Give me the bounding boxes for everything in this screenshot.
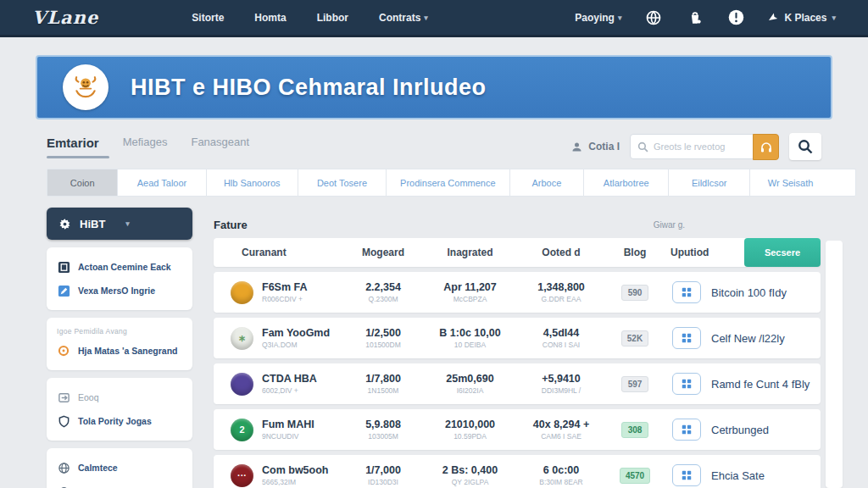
column-header-ooted[interactable]: Ooted d bbox=[515, 247, 608, 258]
gear-icon bbox=[58, 218, 71, 230]
banner-title: HIBT e HIBO Cehmaral Inrludeo bbox=[131, 75, 487, 101]
pill-hlb-sanooros[interactable]: Hlb Sanooros bbox=[207, 169, 298, 196]
sidebar-card-1: Actoan Ceemine Eack Vexa MersO Ingrie bbox=[47, 247, 192, 310]
status-badge: 308 bbox=[621, 422, 648, 438]
row-label: Bitcoin 100 fIdy bbox=[711, 286, 821, 299]
sidebar-item-tola-pority[interactable]: Tola Pority Jogas bbox=[57, 409, 182, 433]
table-row[interactable]: F6Sm FAR006CDIV + 2.2,354Q.2300M Apr 11,… bbox=[214, 272, 821, 313]
value-cell: 6 0c:00B:30IM 8EAR bbox=[515, 464, 608, 486]
sidebar-item-hja-matas[interactable]: Hja Matas 'a Sanegrand bbox=[57, 339, 182, 363]
sidebar-item-actoan[interactable]: Actoan Ceemine Eack bbox=[57, 255, 182, 279]
coin-icon: ∗ bbox=[231, 327, 253, 350]
nav-link-contrats[interactable]: Contrats▾ bbox=[379, 12, 428, 24]
asset-sub: 5665,32IM bbox=[262, 478, 328, 486]
shield-icon bbox=[57, 414, 70, 428]
asset-name: Com bw5ooh bbox=[262, 464, 328, 476]
scrollbar[interactable] bbox=[826, 241, 843, 488]
export-icon bbox=[57, 391, 70, 404]
sidebar-item-eooq[interactable]: Eooq bbox=[57, 385, 182, 409]
toolbar-right: Cotia I bbox=[570, 133, 821, 160]
value-cell: 40x 8,294 +CAM6 I SAE bbox=[515, 419, 608, 441]
tab-mefiages[interactable]: Mefiages bbox=[123, 136, 168, 157]
table-row[interactable]: ∗ Fam YooGmdQ3IA.DOM 1/2,500101500DM B 1… bbox=[214, 318, 821, 358]
headset-icon bbox=[57, 485, 70, 488]
column-header-mogeard[interactable]: Mogeard bbox=[341, 247, 426, 258]
pillbar-filler bbox=[831, 169, 855, 196]
category-segment-bar: Coion Aead Taloor Hlb Sanooros Deot Tose… bbox=[47, 169, 856, 197]
mascot-badge-icon bbox=[63, 64, 108, 110]
person-icon bbox=[570, 141, 583, 153]
pill-wr-seisath[interactable]: Wr Seisath bbox=[750, 169, 831, 196]
row-label: Ehcia Sate bbox=[711, 469, 821, 482]
secsere-button[interactable]: Secsere bbox=[744, 238, 821, 267]
asset-sub: 9NCUUDIV bbox=[262, 432, 314, 441]
toolbar: Emtarior Mefiages Fanasgeant Cotia I bbox=[47, 131, 821, 162]
chevron-down-icon: ▾ bbox=[424, 14, 428, 22]
table-header-row: Curanant Mogeard Inagrated Ooted d Blog … bbox=[214, 238, 821, 267]
tab-emtarior[interactable]: Emtarior bbox=[47, 136, 99, 158]
search-input[interactable] bbox=[654, 141, 749, 152]
search-button[interactable] bbox=[789, 133, 821, 160]
sidebar-card-2: Igoe Pemidila Avang Hja Matas 'a Sanegra… bbox=[47, 318, 192, 370]
row-tag-icon[interactable] bbox=[672, 373, 701, 395]
account-menu[interactable]: Cotia I bbox=[570, 141, 620, 153]
asset-name: Fum MAHI bbox=[262, 419, 314, 430]
row-label: Cetrbunged bbox=[711, 424, 821, 436]
column-header-curanant[interactable]: Curanant bbox=[214, 247, 341, 258]
table-row[interactable]: CTDA HBA6002,DIV + 1/7,8001N1500M 25m0,6… bbox=[214, 363, 821, 404]
pill-deot-tosere[interactable]: Deot Tosere bbox=[298, 169, 387, 196]
brand-logo[interactable]: VLane bbox=[32, 7, 98, 28]
support-chat-button[interactable] bbox=[753, 134, 779, 160]
row-tag-icon[interactable] bbox=[672, 464, 701, 486]
table-topline: Fature Giwar g. bbox=[214, 219, 821, 231]
value-cell: 21010,00010.59PDA bbox=[426, 419, 515, 441]
target-icon bbox=[57, 344, 70, 358]
row-label: Celf New /l22ly bbox=[711, 332, 821, 345]
search-icon bbox=[798, 139, 813, 154]
row-tag-icon[interactable] bbox=[672, 419, 701, 441]
sidebar-item-vexa[interactable]: Vexa MersO Ingrie bbox=[57, 279, 182, 302]
pill-atlarbotree[interactable]: Atlarbotree bbox=[584, 169, 669, 196]
row-tag-icon[interactable] bbox=[672, 281, 701, 303]
row-tag-icon[interactable] bbox=[672, 327, 701, 349]
table-row[interactable]: ··· Com bw5ooh5665,32IM 1/7,000ID130D3I … bbox=[214, 455, 821, 488]
pill-arboce[interactable]: Arboce bbox=[510, 169, 585, 196]
nav-link-homta[interactable]: Homta bbox=[254, 12, 286, 24]
asset-cell: ··· Com bw5ooh5665,32IM bbox=[214, 464, 341, 487]
tab-fanasgeant[interactable]: Fanasgeant bbox=[191, 136, 249, 157]
asset-sub: Q3IA.DOM bbox=[262, 341, 330, 349]
column-header-blog[interactable]: Blog bbox=[608, 247, 662, 258]
pill-coion[interactable]: Coion bbox=[47, 169, 118, 196]
pill-aead-taloor[interactable]: Aead Taloor bbox=[118, 169, 206, 196]
app-switcher-button[interactable]: HiBT ▾ bbox=[47, 208, 192, 240]
badge-cell: 308 bbox=[608, 421, 662, 438]
chevron-down-icon: ▾ bbox=[125, 219, 130, 228]
info-icon[interactable] bbox=[726, 8, 746, 27]
nav-link-sitorte[interactable]: Sitorte bbox=[192, 12, 224, 24]
nav-link-paoying[interactable]: Paoying▾ bbox=[575, 12, 621, 24]
coin-icon: 2 bbox=[231, 419, 253, 441]
pill-prodinsera-commence[interactable]: Prodinsera Commence bbox=[387, 169, 510, 196]
globe-icon bbox=[57, 461, 70, 474]
sidebar: HiBT ▾ Actoan Ceemine Eack Vexa MersO In… bbox=[47, 208, 192, 488]
value-cell: Apr 11,207McCBPZA bbox=[426, 281, 515, 303]
top-navbar: VLane Sitorte Homta Libbor Contrats▾ Pao… bbox=[0, 0, 868, 37]
asset-cell: 2 Fum MAHI9NCUUDIV bbox=[214, 419, 341, 441]
chevron-down-icon: ▾ bbox=[832, 14, 836, 22]
search-icon bbox=[637, 141, 648, 152]
section-tabs: Emtarior Mefiages Fanasgeant bbox=[47, 136, 249, 158]
sidebar-heading: Igoe Pemidila Avang bbox=[57, 327, 182, 336]
places-menu[interactable]: K Places ▾ bbox=[768, 12, 836, 24]
globe-icon[interactable] bbox=[643, 8, 663, 27]
main-panel: Fature Giwar g. Curanant Mogeard Inagrat… bbox=[214, 219, 821, 488]
pill-eildlcsor[interactable]: Eildlcsor bbox=[669, 169, 750, 196]
table-title: Fature bbox=[214, 219, 248, 231]
table-row[interactable]: 2 Fum MAHI9NCUUDIV 5,9.808103005M 21010,… bbox=[214, 409, 821, 450]
sidebar-item-cotnonce[interactable]: Cotnonce bbox=[57, 480, 182, 488]
asset-name: F6Sm FA bbox=[262, 281, 308, 293]
sidebar-item-calmtece[interactable]: Calmtece bbox=[57, 456, 182, 480]
column-header-inagrated[interactable]: Inagrated bbox=[426, 247, 515, 258]
nav-link-libbor[interactable]: Libbor bbox=[317, 12, 348, 24]
value-cell: B 1:0c 10,0010 DEIBA bbox=[426, 327, 515, 349]
bag-icon[interactable] bbox=[685, 8, 704, 27]
